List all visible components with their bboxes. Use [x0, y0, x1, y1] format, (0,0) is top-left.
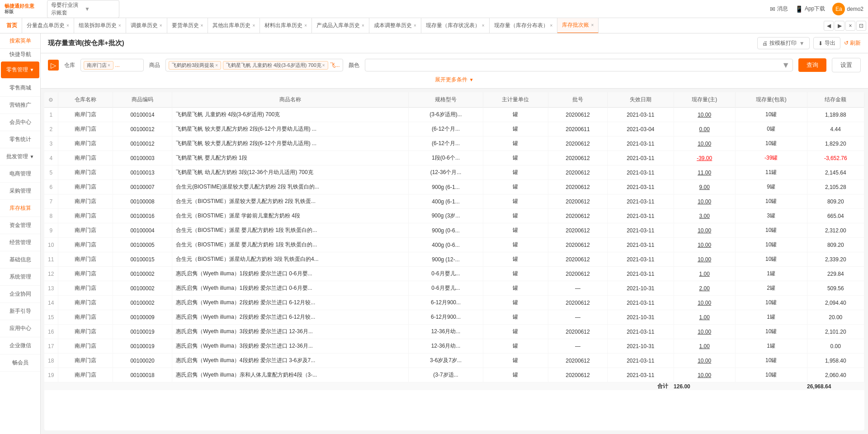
sidebar-item-member[interactable]: 会员中心 — [0, 114, 40, 131]
tab-8-close[interactable]: × — [414, 23, 416, 28]
sidebar-item-operations[interactable]: 经营管理 — [0, 234, 40, 251]
row-name: 惠氏启隽（Wyeth illuma）1段奶粉 爱尔兰进口 0-6月婴... — [172, 281, 409, 296]
row-qty-main[interactable]: 2.00 — [674, 281, 735, 296]
row-expire: 2021-03-11 — [608, 368, 674, 382]
row-qty-main[interactable]: 10.00 — [674, 296, 735, 310]
tab-3[interactable]: 调拨单历史 × — [126, 18, 167, 33]
row-qty-main[interactable]: 0.00 — [674, 122, 735, 137]
org-selector[interactable]: 母婴行业演示账套 ▼ — [47, 0, 119, 18]
tab-7-close[interactable]: × — [362, 23, 364, 28]
tab-11-close[interactable]: × — [591, 23, 594, 28]
row-qty-main[interactable]: 10.00 — [674, 194, 735, 209]
row-qty-main[interactable]: 10.00 — [674, 238, 735, 252]
tab-6[interactable]: 材料出库单历史 × — [260, 18, 312, 33]
tab-1[interactable]: 分量盘点单历史 × — [22, 18, 74, 33]
row-qty-main[interactable]: 10.00 — [674, 325, 735, 339]
sidebar-item-guide[interactable]: 新手引导 — [0, 303, 40, 320]
row-qty-main[interactable]: 9.00 — [674, 180, 735, 194]
row-spec: 6-12月900... — [409, 310, 483, 325]
refresh-btn[interactable]: ↺ 刷新 — [844, 39, 861, 47]
product-filter-input[interactable]: 飞鹤奶粉3段两提装 × 飞鹤星飞帆 儿童奶粉 4段(3-6岁适用) 700克 ×… — [165, 59, 343, 71]
sidebar-item-app-center[interactable]: 应用中心 — [0, 320, 40, 337]
row-qty-main[interactable]: 1.00 — [674, 267, 735, 281]
color-filter-input[interactable]: ▼ — [365, 59, 793, 71]
user-profile[interactable]: Ea demo2 — [832, 3, 863, 15]
tab-11[interactable]: 库存批次账 × — [557, 18, 599, 33]
row-qty-main[interactable]: 10.00 — [674, 137, 735, 151]
warehouse-filter-input[interactable]: 南岸门店 × ... — [80, 59, 144, 71]
product-more[interactable]: 飞... — [330, 61, 340, 69]
row-qty-main[interactable]: 10.00 — [674, 368, 735, 382]
col-settings[interactable]: ⚙ — [44, 92, 58, 108]
row-qty-pack: 9罐 — [735, 180, 807, 194]
tab-5-close[interactable]: × — [252, 23, 255, 28]
row-qty-main[interactable]: 1.00 — [674, 339, 735, 354]
tab-2-close[interactable]: × — [118, 23, 121, 28]
sidebar-item-inventory[interactable]: 库存核算 — [0, 200, 40, 217]
row-expire: 2021-03-11 — [608, 223, 674, 238]
tab-9[interactable]: 现存量（库存状况表） × — [421, 18, 490, 33]
row-qty-main[interactable]: 10.00 — [674, 354, 735, 368]
row-warehouse: 南岸门店 — [58, 296, 113, 310]
app-download-btn[interactable]: 📱 App下载 — [795, 5, 825, 13]
tab-menu-btn[interactable]: ⊡ — [856, 21, 866, 31]
row-qty-main[interactable]: 11.00 — [674, 165, 735, 180]
sidebar-item-retail-shop[interactable]: 零售商城 — [0, 80, 40, 97]
sidebar-item-wholesale[interactable]: 批发管理 ▼ — [0, 148, 40, 165]
tab-3-close[interactable]: × — [160, 23, 162, 28]
row-qty-main[interactable]: 10.00 — [674, 252, 735, 267]
warehouse-more[interactable]: ... — [115, 62, 120, 68]
sidebar-item-retail-stats[interactable]: 零售统计 — [0, 131, 40, 148]
row-warehouse: 南岸门店 — [58, 223, 113, 238]
sidebar-item-basic-info[interactable]: 基础信息 — [0, 251, 40, 269]
row-qty-main[interactable]: -39.00 — [674, 151, 735, 165]
warehouse-label: 仓库 — [64, 61, 75, 69]
filter-expand-icon[interactable]: ▷ — [48, 60, 59, 71]
main-layout: 搜索英单 快捷导航 零售管理 ▼ 零售商城 营销推广 会员中心 零售统计 批发管… — [0, 33, 868, 434]
message-btn[interactable]: ✉ 消息 — [770, 5, 788, 13]
sidebar-search[interactable]: 搜索英单 — [0, 33, 40, 49]
sidebar-item-marketing[interactable]: 营销推广 — [0, 97, 40, 114]
tab-home[interactable]: 首页 — [2, 18, 22, 33]
product-tag-1-close[interactable]: × — [215, 63, 218, 68]
print-btn[interactable]: 🖨 按模板打印 ▼ — [757, 37, 810, 49]
sidebar-item-system-mgmt[interactable]: 系统管理 — [0, 269, 40, 286]
row-qty-pack: 10罐 — [735, 252, 807, 267]
expand-more[interactable]: 展开更多条件 ▼ — [48, 76, 861, 84]
sidebar-item-member-club[interactable]: 畅会员 — [0, 354, 40, 372]
row-qty-main[interactable]: 10.00 — [674, 108, 735, 122]
tab-10[interactable]: 现存量（库存分布表） × — [490, 18, 558, 33]
row-qty-main[interactable]: 1.00 — [674, 310, 735, 325]
sidebar-item-enterprise-collab[interactable]: 企业协同 — [0, 286, 40, 303]
color-dropdown-icon[interactable]: ▼ — [782, 61, 790, 70]
sidebar-item-purchase[interactable]: 采购管理 — [0, 183, 40, 200]
tab-close-btn[interactable]: × — [845, 21, 855, 31]
tab-2[interactable]: 组装拆卸单历史 × — [74, 18, 126, 33]
tab-9-close[interactable]: × — [482, 23, 485, 28]
tab-8[interactable]: 成本调整单历史 × — [369, 18, 421, 33]
row-qty-main[interactable]: 3.00 — [674, 209, 735, 223]
tab-10-close[interactable]: × — [550, 23, 553, 28]
product-tag-2-close[interactable]: × — [322, 63, 325, 68]
warehouse-tag-1-close[interactable]: × — [108, 63, 110, 68]
sidebar-item-ecommerce[interactable]: 电商管理 — [0, 165, 40, 183]
tab-5[interactable]: 其他出库单历史 × — [208, 18, 260, 33]
export-btn[interactable]: ⬇ 导出 — [813, 37, 840, 49]
row-code: 00100002 — [113, 296, 172, 310]
sidebar-nav[interactable]: 快捷导航 — [0, 49, 40, 61]
tab-1-close[interactable]: × — [66, 23, 69, 28]
tab-6-close[interactable]: × — [304, 23, 307, 28]
sidebar-item-finance[interactable]: 资金管理 — [0, 217, 40, 234]
row-qty-main[interactable]: 10.00 — [674, 223, 735, 238]
tab-next-btn[interactable]: ▶ — [835, 21, 844, 31]
sidebar-item-enterprise-wechat[interactable]: 企业微信 — [0, 337, 40, 354]
settings-btn[interactable]: 设置 — [832, 58, 861, 72]
tab-4-close[interactable]: × — [201, 23, 203, 28]
tab-4[interactable]: 要货单历史 × — [167, 18, 208, 33]
table-settings-icon[interactable]: ⚙ — [48, 97, 53, 103]
query-btn[interactable]: 查询 — [798, 58, 826, 72]
tab-prev-btn[interactable]: ◀ — [824, 21, 834, 31]
tab-7[interactable]: 产成品入库单历史 × — [312, 18, 369, 33]
row-spec: (12-36个月... — [409, 165, 483, 180]
sidebar-item-retail-mgmt[interactable]: 零售管理 ▼ — [1, 61, 39, 79]
